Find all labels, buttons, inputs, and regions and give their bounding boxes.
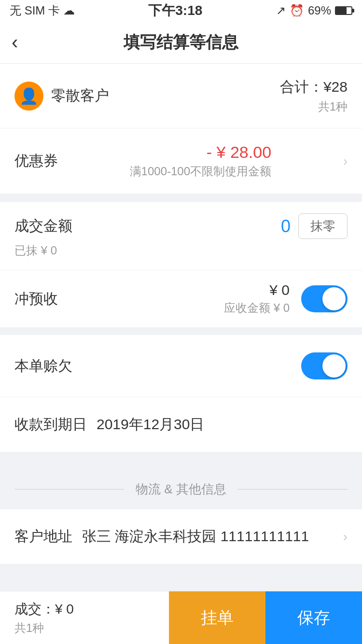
logistics-line-right bbox=[238, 489, 348, 490]
deal-amount-row[interactable]: 成交金额 0 抹零 已抹 ¥ 0 bbox=[0, 201, 362, 270]
due-date-label: 收款到期日 bbox=[14, 415, 87, 434]
avatar-icon: 👤 bbox=[19, 87, 39, 105]
bottom-deal-label: 成交：¥ 0 bbox=[14, 600, 154, 618]
status-right: ↗ ⏰ 69% bbox=[276, 4, 352, 17]
deal-amount-label: 成交金额 bbox=[14, 216, 72, 236]
bottom-summary: 成交：¥ 0 共1种 bbox=[0, 600, 169, 636]
bottom-count: 共1种 bbox=[14, 620, 154, 636]
due-date-value: 2019年12月30日 bbox=[97, 415, 204, 434]
coupon-row[interactable]: 优惠券 - ¥ 28.00 满1000-100不限制使用金额 › bbox=[0, 128, 362, 194]
hang-button[interactable]: 挂单 bbox=[169, 591, 265, 644]
nav-bar: ‹ 填写结算等信息 bbox=[0, 21, 362, 64]
address-row[interactable]: 客户地址 张三 海淀永丰科技园 11111111111 › bbox=[0, 509, 362, 564]
chevron-right-icon: › bbox=[343, 154, 348, 169]
save-button[interactable]: 保存 bbox=[265, 591, 362, 644]
coupon-value: - ¥ 28.00 bbox=[130, 143, 271, 162]
status-time: 下午3:18 bbox=[148, 1, 202, 20]
debt-row: 本单赊欠 bbox=[0, 335, 362, 397]
avatar: 👤 bbox=[14, 82, 43, 111]
location-icon: ↗ bbox=[276, 4, 286, 17]
pre-receive-amount: ¥ 0 bbox=[224, 282, 290, 298]
logistics-line-left bbox=[14, 489, 124, 490]
total-amount: 合计：¥28 bbox=[280, 77, 348, 97]
total-count: 共1种 bbox=[280, 99, 348, 114]
coupon-value-area: - ¥ 28.00 满1000-100不限制使用金额 bbox=[130, 143, 271, 179]
status-bar: 无 SIM 卡 ☁ 下午3:18 ↗ ⏰ 69% bbox=[0, 0, 362, 21]
debt-label: 本单赊欠 bbox=[14, 356, 72, 376]
back-button[interactable]: ‹ bbox=[12, 31, 18, 53]
customer-right: 合计：¥28 共1种 bbox=[280, 77, 348, 114]
bottom-deal-value: ¥ 0 bbox=[55, 602, 74, 616]
due-date-row[interactable]: 收款到期日 2019年12月30日 bbox=[0, 397, 362, 452]
logistics-header: 物流 & 其他信息 bbox=[0, 469, 362, 509]
customer-name: 零散客户 bbox=[51, 86, 109, 106]
deal-section: 成交金额 0 抹零 已抹 ¥ 0 冲预收 ¥ 0 应收金额 ¥ 0 bbox=[0, 201, 362, 327]
pre-receive-values: ¥ 0 应收金额 ¥ 0 bbox=[224, 282, 290, 316]
pre-receive-toggle[interactable] bbox=[301, 285, 348, 312]
toggle-knob bbox=[322, 287, 346, 310]
coupon-label: 优惠券 bbox=[14, 151, 58, 171]
address-label: 客户地址 bbox=[14, 527, 72, 546]
round-zero-button[interactable]: 抹零 bbox=[298, 213, 348, 239]
coupon-subtext: 满1000-100不限制使用金额 bbox=[130, 164, 271, 179]
deal-amount-sub: 已抹 ¥ 0 bbox=[14, 243, 348, 258]
address-value: 张三 海淀永丰科技园 11111111111 bbox=[82, 527, 334, 546]
pre-receive-row: 冲预收 ¥ 0 应收金额 ¥ 0 bbox=[0, 270, 362, 327]
debt-toggle-knob bbox=[322, 354, 346, 378]
pre-receive-right: ¥ 0 应收金额 ¥ 0 bbox=[224, 282, 348, 316]
pre-receive-sub: 应收金额 ¥ 0 bbox=[224, 300, 290, 316]
status-left: 无 SIM 卡 ☁ bbox=[10, 3, 75, 18]
customer-left: 👤 零散客户 bbox=[14, 82, 109, 111]
address-section: 客户地址 张三 海淀永丰科技园 11111111111 › bbox=[0, 509, 362, 564]
debt-toggle[interactable] bbox=[301, 352, 348, 379]
alarm-icon: ⏰ bbox=[290, 4, 304, 17]
customer-section: 👤 零散客户 合计：¥28 共1种 优惠券 - ¥ 28.00 满1000-10… bbox=[0, 64, 362, 194]
bottom-deal-text: 成交： bbox=[14, 602, 55, 616]
deal-amount-right: 0 抹零 bbox=[281, 213, 348, 239]
page-title: 填写结算等信息 bbox=[124, 31, 238, 54]
debt-section: 本单赊欠 收款到期日 2019年12月30日 bbox=[0, 335, 362, 452]
sim-status: 无 SIM 卡 ☁ bbox=[10, 3, 75, 18]
bottom-bar: 成交：¥ 0 共1种 挂单 保存 bbox=[0, 591, 362, 644]
battery-icon bbox=[335, 6, 352, 15]
divider bbox=[0, 460, 362, 469]
battery-percent: 69% bbox=[308, 4, 331, 17]
logistics-label: 物流 & 其他信息 bbox=[124, 481, 238, 498]
pre-receive-label: 冲预收 bbox=[14, 289, 58, 309]
deal-amount-value[interactable]: 0 bbox=[281, 216, 291, 237]
address-chevron-icon: › bbox=[343, 529, 348, 545]
customer-row: 👤 零散客户 合计：¥28 共1种 bbox=[0, 64, 362, 128]
